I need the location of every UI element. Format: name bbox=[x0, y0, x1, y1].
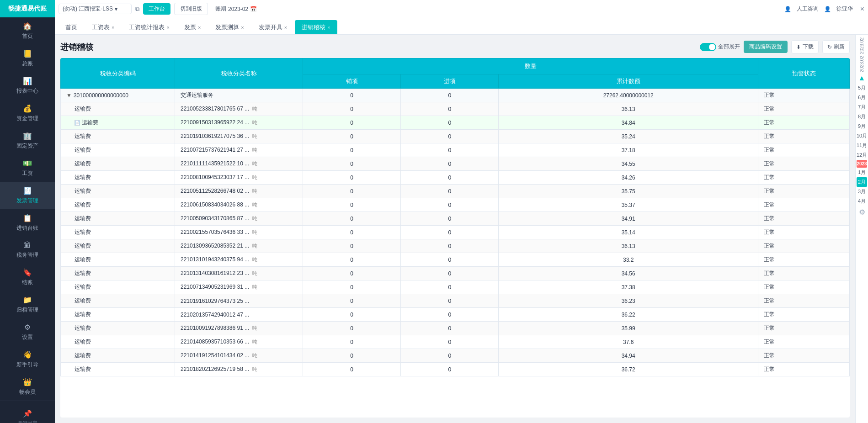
sidebar-item-tax[interactable]: 🏛税务管理 bbox=[0, 237, 55, 264]
tab-close-invoice-verify[interactable]: × bbox=[327, 25, 330, 30]
month-item-5月[interactable]: 5月 bbox=[857, 83, 867, 93]
tab-invoice-calc[interactable]: 发票测算× bbox=[208, 20, 250, 34]
table-row: 运输费 221010091927898386 91 ... 吨 0 0 35.9… bbox=[61, 322, 850, 335]
tab-close-salary[interactable]: × bbox=[112, 25, 114, 30]
row-cumulative-11: 33.2 bbox=[499, 253, 758, 267]
row-cumulative-7: 35.37 bbox=[499, 198, 758, 212]
sidebar-item-report[interactable]: 📊报表中心 bbox=[0, 72, 55, 100]
sidebar-item-member[interactable]: 👑畅会员 bbox=[0, 373, 55, 401]
tab-home[interactable]: 首页 bbox=[59, 20, 84, 34]
month-item-7月[interactable]: 7月 bbox=[857, 102, 867, 112]
toggle-track[interactable] bbox=[700, 43, 716, 51]
row-status-18: 正常 bbox=[758, 349, 850, 363]
month-item-2月[interactable]: 2月 bbox=[857, 177, 867, 187]
row-status-11: 正常 bbox=[758, 253, 850, 267]
group-sales: 0 bbox=[303, 89, 401, 102]
tab-invoice-verify[interactable]: 进销稽核× bbox=[295, 20, 337, 34]
close-icon[interactable]: × bbox=[860, 5, 864, 13]
tab-salary[interactable]: 工资表× bbox=[85, 20, 121, 34]
month-item-9月[interactable]: 9月 bbox=[857, 122, 867, 131]
group-purchase: 0 bbox=[401, 89, 499, 102]
row-taxid-2: 221019103619217075 36 ... 吨 bbox=[175, 130, 303, 143]
sidebar-item-purchase-sale[interactable]: 📋进销台账 bbox=[0, 209, 55, 237]
workbench-button[interactable]: 工作台 bbox=[143, 3, 170, 15]
row-status-15: 正常 bbox=[758, 308, 850, 322]
col-tax-name: 税收分类名称 bbox=[175, 58, 303, 89]
tab-label-invoice-verify: 进销稽核 bbox=[302, 23, 325, 32]
month-item-4月[interactable]: 4月 bbox=[857, 196, 867, 206]
tab-close-salary-report[interactable]: × bbox=[166, 25, 169, 30]
tab-invoice-open[interactable]: 发票开具× bbox=[252, 20, 294, 34]
sidebar-unpin[interactable]: 📌 取消固定 bbox=[2, 405, 53, 423]
sidebar-item-home[interactable]: 🏠首页 bbox=[0, 17, 55, 45]
sidebar-item-salary[interactable]: 💵工资 bbox=[0, 154, 55, 182]
toggle-thumb bbox=[709, 44, 715, 50]
sidebar-item-invoice-mgmt[interactable]: 🧾发票管理 bbox=[0, 182, 55, 209]
sidebar-item-ledger[interactable]: 📒总账 bbox=[0, 45, 55, 72]
month-item-12月[interactable]: 12月 bbox=[857, 150, 867, 160]
row-taxid-18: 221014191254101434 02 ... 吨 bbox=[175, 349, 303, 363]
month-item-3月[interactable]: 3月 bbox=[857, 187, 867, 196]
sidebar-item-capital[interactable]: 💰资金管理 bbox=[0, 100, 55, 127]
tab-label-invoice: 发票 bbox=[184, 23, 196, 32]
calendar-icon[interactable]: 📅 bbox=[250, 6, 257, 12]
company-selector[interactable]: (勿动) 江西报宝-LSS ▾ bbox=[59, 4, 132, 14]
col-cumulative: 累计数额 bbox=[499, 74, 758, 89]
tab-invoice[interactable]: 发票× bbox=[177, 20, 208, 34]
user-service[interactable]: 人工咨询 bbox=[797, 5, 819, 13]
tab-close-invoice-calc[interactable]: × bbox=[241, 25, 244, 30]
row-name-0: 运输费 bbox=[61, 102, 175, 116]
sidebar-item-assets[interactable]: 🏢固定资产 bbox=[0, 127, 55, 154]
month-item-8月[interactable]: 8月 bbox=[857, 112, 867, 122]
refresh-button[interactable]: ↻ 刷新 bbox=[822, 40, 850, 53]
scroll-up-icon[interactable]: ▲ bbox=[858, 73, 866, 83]
sidebar-item-settings[interactable]: ⚙设置 bbox=[0, 318, 55, 346]
sidebar-item-settlement[interactable]: 🔖结账 bbox=[0, 264, 55, 291]
row-cumulative-15: 36.22 bbox=[499, 308, 758, 322]
row-taxid-5: 221008100945323037 17 ... 吨 bbox=[175, 171, 303, 185]
table-row: 运输费 221008100945323037 17 ... 吨 0 0 34.2… bbox=[61, 171, 850, 185]
tab-salary-report[interactable]: 工资统计报表× bbox=[122, 20, 176, 34]
row-name-13: 运输费 bbox=[61, 280, 175, 294]
settings-small-icon[interactable]: ⚙ bbox=[859, 208, 865, 217]
table-container: 税收分类编码 税收分类名称 数量 预警状态 销项 进项 累计数额 ▼301000… bbox=[60, 58, 850, 418]
expand-toggle[interactable]: 全部展开 bbox=[700, 43, 740, 51]
row-taxid-4: 221011111435921522 10 ... 吨 bbox=[175, 157, 303, 171]
sidebar-label-settings: 设置 bbox=[22, 333, 33, 341]
row-cumulative-3: 37.18 bbox=[499, 143, 758, 157]
row-status-3: 正常 bbox=[758, 143, 850, 157]
row-status-12: 正常 bbox=[758, 267, 850, 280]
chevron-down-icon: ▾ bbox=[115, 6, 117, 12]
month-item-11月[interactable]: 11月 bbox=[857, 141, 867, 150]
col-quantity-group: 数量 bbox=[303, 58, 758, 74]
setting-button[interactable]: 商品编码设置 bbox=[744, 41, 788, 53]
row-name-17: 运输费 bbox=[61, 335, 175, 349]
row-sales-11: 0 bbox=[303, 253, 401, 267]
row-cumulative-0: 36.13 bbox=[499, 102, 758, 116]
user-name[interactable]: 徐亚华 bbox=[836, 5, 853, 13]
row-sales-17: 0 bbox=[303, 335, 401, 349]
month-item-6月[interactable]: 6月 bbox=[857, 93, 867, 102]
row-taxid-9: 221002155703576436 33 ... 吨 bbox=[175, 226, 303, 239]
switch-old-button[interactable]: 切到旧版 bbox=[174, 3, 208, 15]
copy-icon[interactable]: ⧉ bbox=[135, 5, 139, 13]
sidebar-item-archive[interactable]: 📁归档管理 bbox=[0, 291, 55, 318]
month-item-10月[interactable]: 10月 bbox=[857, 131, 867, 141]
col-status: 预警状态 bbox=[758, 58, 850, 89]
table-row: 运输费 221007134905231969 31 ... 吨 0 0 37.3… bbox=[61, 280, 850, 294]
row-name-7: 运输费 bbox=[61, 198, 175, 212]
table-row: 运输费 221007215737621941 27 ... 吨 0 0 37.1… bbox=[61, 143, 850, 157]
row-status-8: 正常 bbox=[758, 212, 850, 226]
sidebar-icon-member: 👑 bbox=[23, 378, 32, 386]
row-purchase-1: 0 bbox=[401, 116, 499, 130]
row-status-2: 正常 bbox=[758, 130, 850, 143]
tab-close-invoice[interactable]: × bbox=[198, 25, 201, 30]
col-tax-code: 税收分类编码 bbox=[61, 58, 175, 89]
download-button[interactable]: ⬇ 下载 bbox=[791, 40, 819, 53]
tab-close-invoice-open[interactable]: × bbox=[284, 25, 287, 30]
row-sales-18: 0 bbox=[303, 349, 401, 363]
month-item-2023[interactable]: 2023 bbox=[857, 160, 867, 168]
sidebar-item-guide[interactable]: 👋新手引导 bbox=[0, 346, 55, 373]
row-status-17: 正常 bbox=[758, 335, 850, 349]
month-item-1月[interactable]: 1月 bbox=[857, 168, 867, 177]
